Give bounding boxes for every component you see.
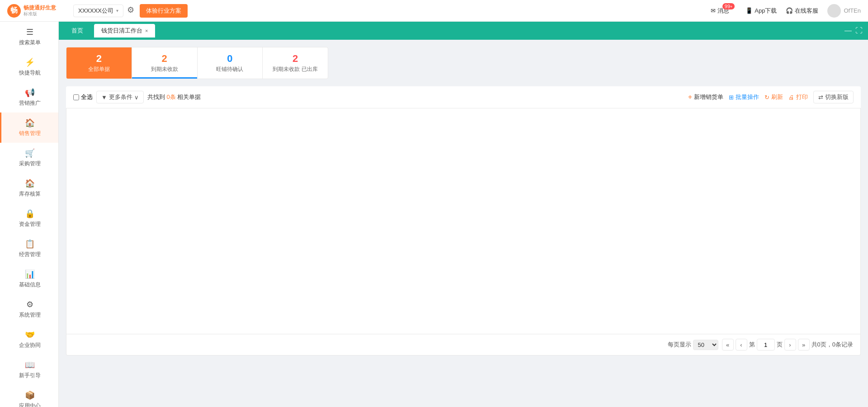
sidebar-label-enterprise: 企业协同 (19, 342, 41, 349)
select-all-area[interactable]: 全选 (73, 93, 93, 101)
print-btn[interactable]: 🖨 打印 (788, 93, 808, 101)
sidebar-label-operation: 经营管理 (19, 251, 41, 258)
sidebar-label-sales: 销售管理 (19, 130, 41, 137)
search-menu-icon: ☰ (26, 27, 33, 37)
app-download-btn[interactable]: 📱 App下载 (745, 7, 777, 15)
username: OfTEn (844, 7, 861, 14)
tab-maximize-btn[interactable]: ⛶ (855, 27, 863, 35)
logo-area: 畅 畅捷通好生意 标准版 (7, 4, 66, 18)
company-name: XXXXXX公司 (78, 7, 113, 15)
toolbar: 全选 ▼ 更多条件 ∨ 共找到 0条 相关单据 + 新增销货单 (66, 86, 861, 108)
message-icon: ✉ (711, 7, 716, 14)
new-sale-order-btn[interactable]: + 新增销货单 (688, 93, 723, 101)
system-icon: ⚙ (26, 299, 33, 309)
tab-minimize-btn[interactable]: — (844, 27, 852, 35)
sidebar-item-purchase[interactable]: 🛒 采购管理 (0, 143, 58, 173)
sidebar-label-marketing: 营销推广 (19, 99, 41, 107)
marketing-icon: 📢 (25, 88, 35, 98)
select-all-label: 全选 (81, 93, 93, 101)
avatar (827, 4, 841, 18)
filter-btn[interactable]: ▼ 更多条件 ∨ (96, 91, 144, 103)
batch-icon: ⊞ (729, 94, 734, 101)
stat-label-pending: 旺铺待确认 (216, 65, 243, 73)
sidebar-item-operation[interactable]: 📋 经营管理 (0, 234, 58, 264)
batch-label: 批量操作 (736, 93, 759, 101)
sidebar: ☰ 搜索菜单 ⚡ 快捷导航 📢 营销推广 🏠 销售管理 🛒 采购管理 🏠 库存核… (0, 22, 59, 407)
sidebar-item-system[interactable]: ⚙ 系统管理 (0, 294, 58, 324)
first-page-btn[interactable]: « (722, 339, 734, 351)
sidebar-item-enterprise[interactable]: 🤝 企业协同 (0, 324, 58, 355)
operation-icon: 📋 (25, 239, 35, 249)
sidebar-item-app-center[interactable]: 📦 应用中心 (0, 385, 58, 407)
sidebar-label-inventory: 库存核算 (19, 190, 41, 198)
header-actions: ⚙ 体验行业方案 (127, 4, 188, 18)
switch-icon: ⇄ (818, 94, 823, 101)
settings-icon[interactable]: ⚙ (127, 5, 134, 14)
stat-tab-overdue[interactable]: 2 到期未收款 (132, 47, 198, 79)
tab-home[interactable]: 首页 (64, 24, 90, 37)
finance-icon: 🔒 (25, 209, 35, 219)
found-text: 共找到 0条 相关单据 (147, 93, 201, 101)
tab-bar: 首页 钱货日清工作台 × — ⛶ (59, 22, 868, 40)
found-suffix: 相关单据 (177, 94, 201, 100)
enterprise-icon: 🤝 (25, 330, 35, 340)
stat-number-overdue: 2 (162, 53, 167, 65)
messages-badge: 99+ (722, 3, 735, 9)
toolbar-right: + 新增销货单 ⊞ 批量操作 ↻ 刷新 🖨 打印 (688, 91, 854, 103)
logo-icon: 畅 (7, 4, 21, 18)
tab-bar-right: — ⛶ (844, 27, 863, 35)
sidebar-label-search-menu: 搜索菜单 (19, 39, 41, 47)
sidebar-item-guide[interactable]: 📖 新手引导 (0, 355, 58, 385)
user-info[interactable]: OfTEn (827, 4, 861, 18)
refresh-label: 刷新 (771, 93, 783, 101)
page-suffix: 页 (777, 341, 783, 349)
prev-page-btn[interactable]: ‹ (736, 339, 747, 351)
sidebar-item-search-menu[interactable]: ☰ 搜索菜单 (0, 22, 58, 52)
sidebar-item-finance[interactable]: 🔒 资金管理 (0, 203, 58, 234)
stat-tab-shipped[interactable]: 2 到期未收款 已出库 (263, 47, 328, 79)
sidebar-item-sales[interactable]: 🏠 销售管理 (0, 112, 58, 143)
company-selector[interactable]: XXXXXX公司 ▾ (73, 5, 123, 17)
switch-label: 切换新版 (825, 93, 849, 101)
online-service-btn[interactable]: 🎧 在线客服 (786, 7, 818, 15)
refresh-icon: ↻ (764, 94, 769, 101)
app-download-icon: 📱 (745, 7, 753, 14)
new-btn-label: 新增销货单 (694, 93, 723, 101)
online-service-label: 在线客服 (795, 7, 818, 15)
sidebar-item-marketing[interactable]: 📢 营销推广 (0, 82, 58, 112)
page-size-label: 每页显示 (668, 341, 691, 349)
stat-tab-pending[interactable]: 0 旺铺待确认 (198, 47, 263, 79)
sidebar-item-inventory[interactable]: 🏠 库存核算 (0, 173, 58, 203)
inventory-icon: 🏠 (25, 178, 35, 188)
page-size-dropdown[interactable]: 50 100 (693, 340, 718, 350)
basic-info-icon: 📊 (25, 269, 35, 279)
app-center-icon: 📦 (25, 390, 35, 400)
app-download-label: App下载 (755, 7, 777, 15)
last-page-btn[interactable]: » (798, 339, 810, 351)
sidebar-item-quick-nav[interactable]: ⚡ 快捷导航 (0, 52, 58, 82)
stat-tab-all[interactable]: 2 全部单据 (66, 47, 132, 79)
sales-icon: 🏠 (25, 118, 35, 128)
messages-btn[interactable]: ✉ 消息 99+ (711, 7, 729, 15)
guide-icon: 📖 (25, 360, 35, 370)
next-page-btn[interactable]: › (784, 339, 796, 351)
select-all-checkbox[interactable] (73, 94, 79, 100)
page-size-select: 每页显示 50 100 (668, 340, 718, 350)
logo-sub: 标准版 (24, 11, 56, 17)
sidebar-label-basic-info: 基础信息 (19, 281, 41, 289)
found-count: 0条 (167, 94, 176, 100)
pagination-btns: « ‹ 第 页 › » 共0页，0条记录 (722, 339, 853, 351)
stat-number-pending: 0 (227, 53, 232, 65)
print-icon: 🖨 (788, 94, 794, 101)
batch-operation-btn[interactable]: ⊞ 批量操作 (729, 93, 759, 101)
sidebar-item-basic-info[interactable]: 📊 基础信息 (0, 264, 58, 294)
experience-btn[interactable]: 体验行业方案 (140, 4, 188, 18)
current-page-input[interactable] (757, 339, 775, 351)
tab-active[interactable]: 钱货日清工作台 × (94, 24, 155, 37)
switch-version-btn[interactable]: ⇄ 切换新版 (813, 91, 854, 103)
purchase-icon: 🛒 (25, 148, 35, 158)
sidebar-label-system: 系统管理 (19, 311, 41, 319)
refresh-btn[interactable]: ↻ 刷新 (764, 93, 783, 101)
logo-text: 畅捷通好生意 标准版 (24, 5, 56, 16)
tab-close-icon[interactable]: × (145, 28, 148, 33)
